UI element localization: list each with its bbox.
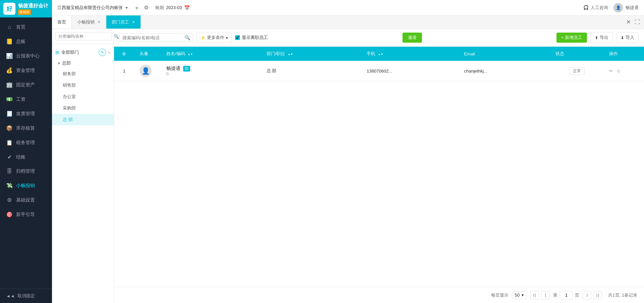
consult-label: 人工咨询 bbox=[591, 5, 608, 11]
page-content: 🔍 ⊞ 全部部门 ✎ « ▼ 总部 bbox=[52, 29, 644, 303]
user-menu[interactable]: 👤 畅捷通 bbox=[613, 3, 639, 12]
employee-name-text: 畅捷通 bbox=[166, 66, 180, 71]
guide-icon: 🎯 bbox=[6, 211, 13, 218]
search-box: 🔍 bbox=[119, 33, 193, 42]
pagination-bar: 每页显示 50 ▾ ⟨⟨ ⟨ 第 页 ⟩ ⟩⟩ 共1页, bbox=[114, 287, 644, 303]
col-dept-sort-icon: ▲▼ bbox=[288, 53, 293, 56]
sidebar-item-reports[interactable]: 📊 云报表中心 bbox=[0, 49, 52, 63]
dept-item-purchase[interactable]: 采购部 bbox=[52, 102, 114, 114]
sidebar-item-invoice[interactable]: 🧾 发票管理 bbox=[0, 106, 52, 121]
sidebar-item-funds[interactable]: 💰 资金管理 bbox=[0, 63, 52, 78]
dept-search-area: 🔍 bbox=[52, 29, 114, 44]
table-row: 1 👤 畅捷通 部 bbox=[114, 61, 644, 81]
home-icon: ⌂ bbox=[6, 24, 13, 30]
sidebar-logo: 好 畅捷通好会计 旗舰版 bbox=[0, 0, 52, 17]
tab-expense[interactable]: 小畅报销 ✕ bbox=[72, 15, 106, 29]
sidebar-item-guide[interactable]: 🎯 新手引导 bbox=[0, 207, 52, 222]
edit-action-icon[interactable]: ✏ bbox=[609, 68, 613, 74]
table-area: ⚙ 头像 姓名/编码 ▲▼ 部门/职位 ▲▼ bbox=[114, 47, 644, 287]
sidebar-item-tax[interactable]: 📋 税务管理 bbox=[0, 135, 52, 150]
add-company-button[interactable]: ＋ bbox=[134, 4, 140, 12]
export-button[interactable]: ⬆ 导出 bbox=[590, 32, 613, 43]
dept-group-head[interactable]: ▼ 总部 bbox=[52, 58, 114, 68]
col-name[interactable]: 姓名/编码 ▲▼ bbox=[161, 47, 261, 61]
export-icon: ⬆ bbox=[595, 35, 598, 40]
sidebar-item-home[interactable]: ⌂ 首页 bbox=[0, 20, 52, 34]
search-icon[interactable]: 🔍 bbox=[184, 35, 190, 40]
period-area: 账期 2023-03 📅 bbox=[155, 5, 190, 11]
consult-button[interactable]: 🎧 人工咨询 bbox=[583, 5, 608, 11]
col-phone[interactable]: 手机 ▲▼ bbox=[361, 47, 459, 61]
dept-all-label-area: ⊞ 全部部门 bbox=[55, 49, 79, 55]
sidebar: 好 畅捷通好会计 旗舰版 ⌂ 首页 📒 总账 📊 云报表中心 💰 资金管理 🏢 … bbox=[0, 0, 52, 303]
company-selector[interactable]: 江西服宝精品有限责任公司内账张 ▼ bbox=[57, 5, 128, 11]
row-index-value: 1 bbox=[123, 69, 125, 74]
dept-search-input[interactable] bbox=[55, 32, 112, 40]
logo-sub: 旗舰版 bbox=[18, 9, 31, 15]
col-action-label: 操作 bbox=[609, 51, 618, 56]
row-email-cell: chanjethkj... bbox=[459, 61, 550, 81]
sidebar-item-ledger[interactable]: 📒 总账 bbox=[0, 34, 52, 49]
company-settings-icon[interactable]: ⚙ bbox=[144, 4, 149, 11]
import-button[interactable]: ⬇ 导入 bbox=[616, 32, 639, 43]
show-resigned-checkbox[interactable] bbox=[235, 35, 240, 40]
page-size-select[interactable]: 50 ▾ bbox=[512, 291, 527, 299]
salary-icon: 💵 bbox=[6, 96, 13, 102]
logout-action-icon[interactable]: ⎋ bbox=[617, 68, 620, 74]
headset-icon: 🎧 bbox=[583, 5, 589, 10]
tab-dept-employee[interactable]: 部门员工 ✕ bbox=[106, 15, 141, 29]
settings-icon: ⚙ bbox=[6, 197, 13, 203]
sidebar-item-closing[interactable]: ✔ 结账 bbox=[0, 150, 52, 164]
dept-collapse-icon[interactable]: « bbox=[108, 50, 110, 55]
tab-dept-label: 部门员工 bbox=[112, 19, 129, 25]
table-body: 1 👤 畅捷通 部 bbox=[114, 61, 644, 81]
sidebar-item-expense[interactable]: 💸 小畅报销 bbox=[0, 178, 52, 193]
page-last-button[interactable]: ⟩⟩ bbox=[593, 291, 602, 300]
col-phone-label: 手机 bbox=[367, 51, 375, 56]
dept-grid-icon: ⊞ bbox=[55, 50, 59, 55]
filter-button[interactable]: ⚡ 更多条件 ▾ bbox=[197, 33, 232, 43]
col-dept-label: 部门/职位 bbox=[267, 51, 285, 56]
period-value: 2023-03 bbox=[166, 5, 182, 10]
logo-icon: 好 bbox=[3, 3, 15, 15]
sidebar-item-archive[interactable]: 🗄 归档管理 bbox=[0, 164, 52, 178]
invite-button[interactable]: 邀请 bbox=[402, 33, 422, 43]
pin-icon: ◄◄ bbox=[6, 294, 15, 299]
sidebar-item-salary[interactable]: 💵 工资 bbox=[0, 92, 52, 106]
dept-edit-icon[interactable]: ✎ bbox=[99, 49, 106, 56]
dept-finance-label: 财务部 bbox=[63, 71, 76, 76]
search-input[interactable] bbox=[122, 35, 184, 40]
sidebar-item-settings[interactable]: ⚙ 基础设置 bbox=[0, 193, 52, 207]
page-first-button[interactable]: ⟨⟨ bbox=[530, 291, 539, 300]
sidebar-item-assets[interactable]: 🏢 固定资产 bbox=[0, 78, 52, 92]
close-tab-icon[interactable]: ✕ bbox=[626, 19, 631, 25]
tab-dept-close-icon[interactable]: ✕ bbox=[132, 20, 135, 25]
filter-chevron-icon: ▾ bbox=[226, 35, 228, 40]
dept-item-finance[interactable]: 财务部 bbox=[52, 68, 114, 80]
period-label: 账期 bbox=[155, 5, 164, 11]
cancel-fixed-button[interactable]: ◄◄ 取消固定 bbox=[6, 293, 46, 299]
page-next-button[interactable]: ⟩ bbox=[583, 291, 591, 300]
tab-home[interactable]: 首页 bbox=[52, 15, 72, 29]
dept-item-general[interactable]: 总 部 bbox=[52, 114, 114, 125]
col-settings[interactable]: ⚙ bbox=[114, 47, 134, 61]
employee-badge: 部 bbox=[183, 66, 190, 72]
col-dept[interactable]: 部门/职位 ▲▼ bbox=[261, 47, 362, 61]
calendar-icon[interactable]: 📅 bbox=[184, 5, 190, 10]
dept-item-office[interactable]: 办公室 bbox=[52, 91, 114, 102]
sidebar-menu: ⌂ 首页 📒 总账 📊 云报表中心 💰 资金管理 🏢 固定资产 💵 工资 🧾 发… bbox=[0, 17, 52, 289]
sidebar-label-funds: 资金管理 bbox=[16, 68, 35, 74]
page-input[interactable] bbox=[559, 291, 573, 300]
import-label: 导入 bbox=[626, 35, 634, 41]
dept-item-sales[interactable]: 销售部 bbox=[52, 80, 114, 91]
reports-icon: 📊 bbox=[6, 53, 13, 59]
dept-panel: 🔍 ⊞ 全部部门 ✎ « ▼ 总部 bbox=[52, 29, 114, 303]
show-resigned-label[interactable]: 显示离职员工 bbox=[242, 35, 268, 41]
page-prev-button[interactable]: ⟨ bbox=[541, 291, 550, 300]
add-employee-button[interactable]: + 新增员工 bbox=[556, 33, 587, 43]
expand-tab-icon[interactable]: ⛶ bbox=[635, 19, 640, 25]
tab-expense-close-icon[interactable]: ✕ bbox=[97, 20, 101, 25]
sidebar-label-home: 首页 bbox=[16, 24, 25, 30]
sidebar-item-inventory[interactable]: 📦 库存核算 bbox=[0, 121, 52, 135]
table-header-row: ⚙ 头像 姓名/编码 ▲▼ 部门/职位 ▲▼ bbox=[114, 47, 644, 61]
